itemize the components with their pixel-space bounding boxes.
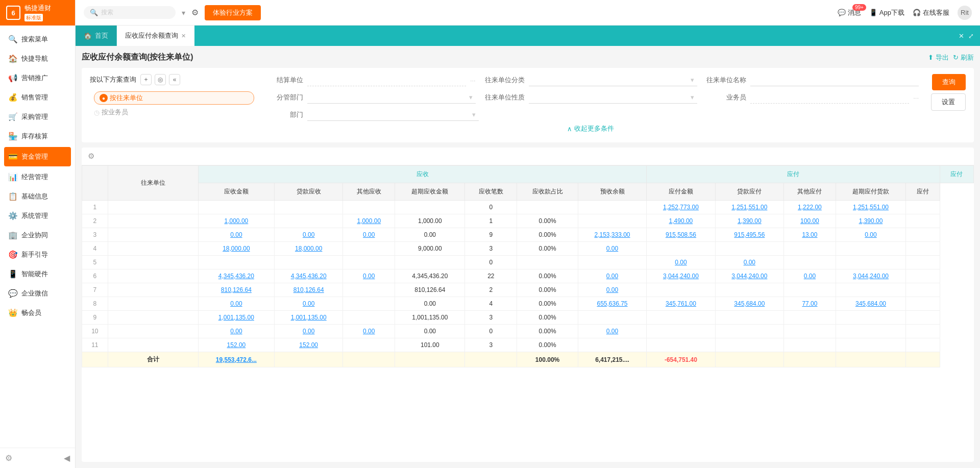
data-cell[interactable]: 1,222.00 [784, 201, 836, 214]
sidebar-item-operation[interactable]: 📊 经营管理 [0, 167, 75, 187]
data-cell[interactable]: 915,495.56 [715, 228, 783, 242]
data-cell[interactable]: 0.00 [578, 283, 646, 297]
data-cell[interactable]: 4,345,436.20 [274, 269, 342, 283]
data-cell[interactable]: 77.00 [784, 297, 836, 311]
user-avatar[interactable]: Rit [958, 6, 972, 20]
sidebar-item-wechat[interactable]: 💬 企业微信 [0, 284, 75, 303]
close-tab-icon[interactable]: ✕ [181, 33, 186, 39]
data-cell[interactable]: 0.00 [343, 228, 395, 242]
counterpart-category-select[interactable]: ▾ [529, 74, 697, 86]
data-cell[interactable]: 13.00 [784, 228, 836, 242]
sidebar-collapse-btn[interactable]: ◀ [64, 453, 70, 463]
tab-home[interactable]: 🏠 首页 [76, 26, 117, 46]
data-cell[interactable]: 0.00 [274, 297, 342, 311]
app-download-button[interactable]: 📱 App下载 [869, 8, 904, 17]
sidebar-item-member[interactable]: 👑 畅会员 [0, 303, 75, 323]
data-cell[interactable]: 100.00 [784, 214, 836, 228]
counterpart-nature-select[interactable]: ▾ [529, 91, 697, 104]
data-cell[interactable]: 0.00 [198, 228, 274, 242]
data-cell[interactable]: 0.00 [578, 325, 646, 338]
data-cell[interactable]: 0.00 [343, 269, 395, 283]
maximize-icon[interactable]: ⤢ [968, 32, 974, 40]
counterpart-name-input[interactable] [750, 74, 919, 86]
data-cell[interactable]: 3,044,240.00 [836, 269, 905, 283]
data-cell[interactable]: 655,636.75 [578, 297, 646, 311]
data-cell[interactable]: 18,000.00 [198, 242, 274, 256]
data-cell[interactable]: 1,390.00 [715, 214, 783, 228]
sidebar-item-marketing[interactable]: 📢 营销推广 [0, 68, 75, 88]
data-cell[interactable]: 18,000.00 [274, 242, 342, 256]
data-cell[interactable]: 915,508.56 [647, 228, 715, 242]
sidebar-item-basicinfo[interactable]: 📋 基础信息 [0, 187, 75, 206]
data-cell[interactable]: 0.00 [647, 256, 715, 269]
data-cell[interactable]: 345,761.00 [647, 297, 715, 311]
data-cell[interactable]: 152.00 [198, 338, 274, 352]
data-cell[interactable]: 1,252,773.00 [647, 201, 715, 214]
settings-gear-icon[interactable]: ⚙ [191, 8, 199, 17]
manage-dept-select[interactable]: ▾ [307, 91, 476, 104]
data-cell[interactable]: 3,044,240.00 [715, 269, 783, 283]
set-button[interactable]: 设置 [931, 93, 966, 111]
topbar-search[interactable]: 🔍 搜索 [84, 6, 176, 19]
data-cell[interactable]: 345,684.00 [715, 297, 783, 311]
data-cell[interactable]: 1,251,551.00 [715, 201, 783, 214]
data-cell[interactable]: 0.00 [198, 297, 274, 311]
sidebar-item-guide[interactable]: 🎯 新手引导 [0, 245, 75, 264]
dropdown-arrow[interactable]: ▾ [182, 9, 185, 17]
data-cell[interactable]: 345,684.00 [836, 297, 905, 311]
add-scheme-icon[interactable]: + [140, 74, 152, 85]
sidebar-item-search[interactable]: 🔍 搜索菜单 [0, 30, 75, 49]
settlement-ellipsis-icon[interactable]: ··· [470, 77, 476, 84]
data-cell[interactable]: 0.00 [274, 325, 342, 338]
close-window-icon[interactable]: ✕ [959, 32, 964, 40]
data-cell[interactable]: 1,490.00 [647, 214, 715, 228]
sidebar-item-quicknav[interactable]: 🏠 快捷导航 [0, 49, 75, 68]
sidebar-item-hardware[interactable]: 📱 智能硬件 [0, 264, 75, 284]
table-settings-icon[interactable]: ⚙ [88, 152, 94, 161]
tab-ar-ap[interactable]: 应收应付余额查询 ✕ [117, 26, 194, 46]
data-cell[interactable]: 810,126.64 [274, 283, 342, 297]
sidebar-item-purchase[interactable]: 🛒 采购管理 [0, 107, 75, 127]
sidebar-item-system[interactable]: ⚙️ 系统管理 [0, 206, 75, 226]
sidebar-settings-btn[interactable]: ⚙ [5, 453, 12, 463]
data-cell[interactable]: 0.00 [198, 325, 274, 338]
mode-by-salesperson[interactable]: ◷ 按业务员 [94, 108, 254, 117]
sidebar-item-finance[interactable]: 💳 资金管理 [4, 147, 71, 166]
data-cell[interactable]: 1,000.00 [343, 214, 395, 228]
collapse-conditions-btn[interactable]: ∧ 收起更多条件 [262, 121, 919, 136]
data-cell[interactable]: 152.00 [274, 338, 342, 352]
salesperson-input[interactable] [750, 91, 909, 104]
data-cell[interactable]: 810,126.64 [198, 283, 274, 297]
data-cell[interactable]: 1,001,135.00 [274, 311, 342, 325]
data-cell[interactable]: 1,390.00 [836, 214, 905, 228]
data-cell[interactable]: 0.00 [578, 242, 646, 256]
solution-button[interactable]: 体验行业方案 [205, 5, 261, 20]
export-button[interactable]: ⬆ 导出 [928, 53, 949, 62]
online-service-button[interactable]: 🎧 在线客服 [913, 8, 949, 17]
data-cell[interactable]: 0.00 [274, 228, 342, 242]
data-cell[interactable]: 0.00 [343, 325, 395, 338]
edit-scheme-icon[interactable]: ◎ [155, 74, 166, 85]
mode-by-counterpart[interactable]: ● 按往来单位 [94, 91, 254, 105]
footer-ar-total[interactable]: 19,553,472.6... [198, 352, 274, 367]
data-cell[interactable]: 0.00 [784, 269, 836, 283]
data-cell[interactable]: 0.00 [578, 269, 646, 283]
refresh-button[interactable]: ↻ 刷新 [953, 53, 974, 62]
data-cell[interactable]: 0.00 [715, 256, 783, 269]
data-cell[interactable]: 0.00 [836, 228, 905, 242]
sidebar-item-sales[interactable]: 💰 销售管理 [0, 88, 75, 107]
sidebar-item-enterprise[interactable]: 🏢 企业协同 [0, 226, 75, 245]
query-button[interactable]: 查询 [932, 74, 966, 90]
settlement-unit-input[interactable] [307, 74, 466, 86]
sidebar-item-inventory[interactable]: 🏪 库存核算 [0, 127, 75, 146]
data-cell[interactable]: 1,000.00 [198, 214, 274, 228]
dept-select[interactable]: ▾ [307, 109, 479, 121]
data-cell[interactable]: 1,251,551.00 [836, 201, 905, 214]
data-cell[interactable]: 1,001,135.00 [198, 311, 274, 325]
salesperson-ellipsis-icon[interactable]: ··· [913, 94, 919, 102]
more-scheme-icon[interactable]: « [169, 74, 180, 85]
data-cell[interactable]: 2,153,333.00 [578, 228, 646, 242]
data-cell[interactable]: 3,044,240.00 [647, 269, 715, 283]
data-cell[interactable]: 4,345,436.20 [198, 269, 274, 283]
messages-button[interactable]: 💬 消息 99+ [838, 8, 861, 17]
